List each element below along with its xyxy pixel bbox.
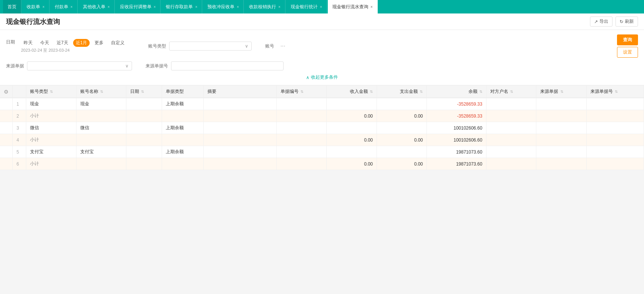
col-income[interactable]: 收入金额 ⇅ — [327, 85, 377, 98]
row-balance: 19871073.60 — [427, 146, 486, 158]
row-date — [126, 122, 162, 134]
close-icon[interactable]: × — [371, 5, 373, 9]
nav-home[interactable]: 首页 — [3, 0, 21, 13]
table-row: 3 微信 微信 上期余额 100102606.60 — [0, 122, 644, 134]
table-row: 1 现金 现金 上期余额 -3528659.33 — [0, 98, 644, 110]
row-account-type: 小计 — [26, 134, 77, 146]
row-account-type: 微信 — [26, 122, 77, 134]
row-summary — [204, 146, 277, 158]
row-doc-type — [162, 110, 204, 122]
filter-row-source: 来源单据 ∨ 来源单据号 — [6, 61, 638, 70]
table-body: 1 现金 现金 上期余额 -3528659.33 2 小计 0.00 0.00 … — [0, 98, 644, 170]
sort-icon: ⇅ — [141, 90, 144, 94]
col-doc-num[interactable]: 单据编号 ⇅ — [276, 85, 327, 98]
row-source-doc — [536, 158, 587, 170]
row-settings-cell — [0, 146, 13, 158]
row-income — [327, 98, 377, 110]
row-date — [126, 134, 162, 146]
row-source-doc — [536, 110, 587, 122]
nav-tab-qitashouru[interactable]: 其他收入单 × — [78, 0, 115, 13]
settings-button[interactable]: 设置 — [617, 47, 638, 58]
row-summary — [204, 134, 277, 146]
row-account-name: 支付宝 — [76, 146, 126, 158]
nav-tab-yushou[interactable]: 预收冲应收单 × — [203, 0, 244, 13]
sort-icon: ⇅ — [300, 90, 303, 94]
row-num: 6 — [13, 158, 26, 170]
row-doc-type: 上期余额 — [162, 146, 204, 158]
col-account-type[interactable]: 账号类型 ⇅ — [26, 85, 77, 98]
row-num: 1 — [13, 98, 26, 110]
sort-icon: ⇅ — [510, 90, 513, 94]
export-button[interactable]: ↗ 导出 — [590, 16, 612, 27]
close-icon[interactable]: × — [278, 5, 281, 9]
row-doc-num — [276, 98, 327, 110]
table-settings-icon[interactable]: ⚙ — [4, 89, 9, 95]
col-doc-type: 单据类型 — [162, 85, 204, 98]
chevron-down-icon-2: ∨ — [125, 63, 129, 69]
date-btn-1month[interactable]: 近1月 — [73, 39, 90, 47]
row-expense — [377, 146, 427, 158]
sort-icon: ⇅ — [50, 90, 53, 94]
col-counterpart[interactable]: 对方户名 ⇅ — [486, 85, 536, 98]
nav-tab-xianjin-liushui[interactable]: 现金银行流水查询 × — [328, 0, 378, 13]
source-doc-label: 来源单据 — [6, 63, 24, 69]
col-account-name[interactable]: 账号名称 ⇅ — [76, 85, 126, 98]
row-num: 4 — [13, 134, 26, 146]
row-balance: -3528659.33 — [427, 98, 486, 110]
query-button[interactable]: 查询 — [617, 34, 638, 45]
date-btn-custom[interactable]: 自定义 — [108, 39, 127, 47]
close-icon[interactable]: × — [108, 5, 110, 9]
source-doc-num-input[interactable] — [171, 61, 284, 70]
table-row: 5 支付宝 支付宝 上期余额 19871073.60 — [0, 146, 644, 158]
col-balance[interactable]: 余额 ⇅ — [427, 85, 486, 98]
row-expense: 0.00 — [377, 134, 427, 146]
date-btn-today[interactable]: 今天 — [38, 39, 52, 47]
row-account-name: 现金 — [76, 98, 126, 110]
collapse-icon: ∧ — [306, 75, 309, 80]
date-btn-7days[interactable]: 近7天 — [54, 39, 71, 47]
date-range-display: 2023-02-24 至 2023-03-24 — [21, 48, 127, 53]
col-date[interactable]: 日期 ⇅ — [126, 85, 162, 98]
close-icon[interactable]: × — [320, 5, 322, 9]
col-source-doc[interactable]: 来源单据 ⇅ — [536, 85, 587, 98]
date-btn-yesterday[interactable]: 昨天 — [21, 39, 35, 47]
row-summary — [204, 98, 277, 110]
row-income — [327, 122, 377, 134]
close-icon[interactable]: × — [71, 5, 73, 9]
close-icon[interactable]: × — [195, 5, 197, 9]
row-income — [327, 146, 377, 158]
close-icon[interactable]: × — [154, 5, 156, 9]
nav-tab-fukuandan[interactable]: 付款单 × — [50, 0, 78, 13]
row-num: 5 — [13, 146, 26, 158]
nav-tab-shoukuanhe[interactable]: 收款核销执行 × — [245, 0, 285, 13]
account-type-select[interactable]: ∨ — [169, 42, 252, 51]
row-account-type: 小计 — [26, 110, 77, 122]
row-date — [126, 146, 162, 158]
nav-tab-yingshou[interactable]: 应收应付调整单 × — [116, 0, 161, 13]
row-doc-num — [276, 134, 327, 146]
close-icon[interactable]: × — [237, 5, 239, 9]
row-income: 0.00 — [327, 158, 377, 170]
account-dots-icon[interactable]: ··· — [280, 43, 285, 49]
close-icon[interactable]: × — [42, 5, 45, 9]
row-account-name — [76, 110, 126, 122]
nav-tab-xianjin-tongji[interactable]: 现金银行统计 × — [286, 0, 327, 13]
nav-tab-yinhang[interactable]: 银行存取款单 × — [161, 0, 202, 13]
row-doc-num — [276, 122, 327, 134]
row-date — [126, 158, 162, 170]
collapse-bar[interactable]: ∧ 收起更多条件 — [6, 74, 638, 81]
row-source-doc-num — [586, 134, 644, 146]
col-num — [13, 85, 26, 98]
refresh-icon: ↻ — [620, 19, 623, 24]
refresh-button[interactable]: ↻ 刷新 — [615, 16, 638, 27]
col-source-doc-num[interactable]: 来源单据号 ⇅ — [586, 85, 644, 98]
table-area: ⚙ 账号类型 ⇅ 账号名称 ⇅ 日期 ⇅ 单据类型 摘要 单据编号 — [0, 85, 644, 170]
row-doc-num — [276, 158, 327, 170]
source-doc-select[interactable]: ∨ — [27, 61, 132, 70]
date-btn-more[interactable]: 更多 — [92, 39, 106, 47]
row-summary — [204, 122, 277, 134]
col-expense[interactable]: 支出金额 ⇅ — [377, 85, 427, 98]
row-settings-cell — [0, 134, 13, 146]
nav-tab-shoukuandan[interactable]: 收款单 × — [22, 0, 50, 13]
header-actions: ↗ 导出 ↻ 刷新 — [590, 16, 638, 27]
